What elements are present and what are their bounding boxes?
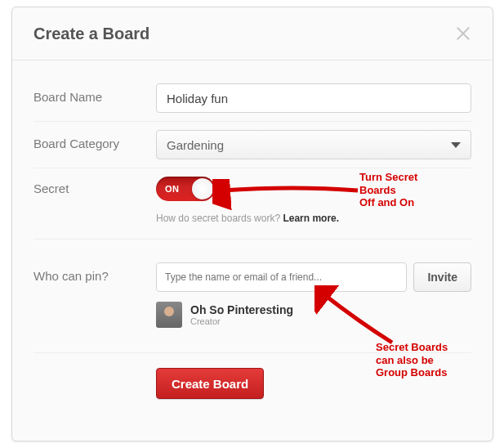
secret-label: Secret [33,177,156,195]
learn-more-link[interactable]: Learn more. [283,213,339,224]
create-board-button[interactable]: Create Board [156,368,264,399]
annotation-group-boards: Secret Boards can also be Group Boards [376,341,448,379]
invite-friend-input[interactable] [156,262,407,292]
help-prefix: How do secret boards work? [156,213,283,224]
creator-role: Creator [190,316,293,326]
who-can-pin-row: Who can pin? Invite Oh So Pinteresting C… [33,240,471,343]
board-category-row: Board Category Gardening [33,122,471,168]
creator-name: Oh So Pinteresting [190,303,293,316]
avatar [156,302,182,328]
toggle-knob [192,178,213,199]
board-category-label: Board Category [33,130,156,150]
creator-row: Oh So Pinteresting Creator [156,302,471,328]
create-board-modal: Create a Board Board Name Board Category… [11,7,493,441]
board-category-select[interactable]: Gardening [156,130,471,159]
board-category-value: Gardening [167,138,224,152]
modal-title: Create a Board [33,25,149,43]
invite-button[interactable]: Invite [413,262,471,292]
close-icon [455,25,471,42]
secret-help-text: How do secret boards work? Learn more. [156,213,471,224]
secret-toggle[interactable]: ON [156,177,215,201]
board-name-input[interactable] [156,83,471,113]
caret-down-icon [451,142,461,148]
board-name-row: Board Name [33,75,471,122]
annotation-secret-toggle: Turn Secret Boards Off and On [359,171,417,209]
toggle-on-text: ON [165,184,180,194]
modal-header: Create a Board [12,7,493,60]
who-can-pin-label: Who can pin? [33,262,156,283]
close-button[interactable] [452,22,475,45]
board-name-label: Board Name [33,83,156,104]
